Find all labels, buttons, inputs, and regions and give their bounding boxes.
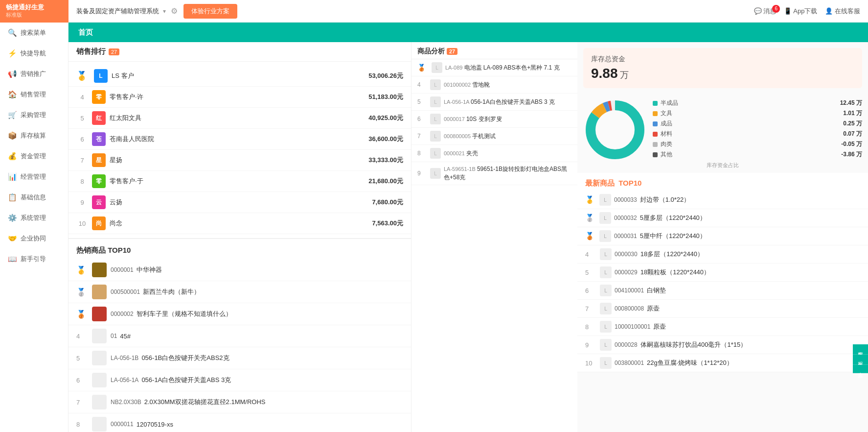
sidebar-label-system: 系统管理 bbox=[21, 214, 46, 222]
sidebar-item-system[interactable]: ⚙️ 系统管理 bbox=[0, 208, 68, 228]
sidebar-item-purchase[interactable]: 🛒 采购管理 bbox=[0, 105, 68, 125]
stock-chart-area: 半成品 12.45 万 文具 1.01 万 成品 0.25 万 bbox=[577, 94, 868, 166]
legend-dot-finished bbox=[653, 121, 658, 126]
new-img-7: L bbox=[600, 303, 612, 314]
stock-title: 库存总资金 bbox=[591, 55, 854, 64]
sales-icon: 🏠 bbox=[8, 90, 17, 99]
sidebar-item-finance[interactable]: 💰 资金管理 bbox=[0, 146, 68, 167]
new-img-2: L bbox=[599, 212, 611, 224]
donut-svg bbox=[583, 98, 647, 162]
new-name-10: 22g鱼豆腐·烧烤味（1*12*20） bbox=[647, 359, 733, 367]
rank-amount-4: 36,600.00元 bbox=[368, 135, 403, 144]
message-button[interactable]: 💬 消息 6 bbox=[754, 7, 777, 16]
hot-name-7: 2.0X30MM双搓花轴搓花直径2.1MM/ROHS bbox=[144, 398, 266, 407]
legend-val-material: 0.07 万 bbox=[843, 130, 862, 138]
ranking-row-6: 8 零 零售客户·于 21,680.00元 bbox=[69, 171, 411, 192]
stock-amount-row: 9.88 万 bbox=[591, 66, 854, 81]
new-product-row-7: 7 L 000800008 原壶 bbox=[577, 300, 868, 318]
rank-number-4: 6 bbox=[76, 136, 88, 143]
hot-code-1: 0000001 bbox=[111, 266, 134, 273]
side-name-8: 夹壳 bbox=[466, 150, 478, 157]
rank-number-6: 8 bbox=[76, 178, 88, 185]
legend-item-finished: 成品 0.25 万 bbox=[653, 120, 862, 128]
rank-avatar-6: 零 bbox=[92, 174, 106, 188]
new-product-row-10: 10 L 003800001 22g鱼豆腐·烧烤味（1*12*20） bbox=[577, 354, 868, 372]
rank-number-2: 4 bbox=[76, 94, 88, 101]
app-download-button[interactable]: 📱 App下载 bbox=[784, 7, 817, 16]
purchase-icon: 🛒 bbox=[8, 111, 17, 120]
sidebar-item-cooperation[interactable]: 🤝 企业协同 bbox=[0, 228, 68, 249]
side-product-row-7: 7 L 000800005 手机测试 bbox=[411, 128, 577, 145]
rank-amount-5: 33,333.00元 bbox=[368, 156, 403, 165]
sidebar-item-search[interactable]: 🔍 搜索菜单 bbox=[0, 23, 68, 43]
sidebar-item-shortcut[interactable]: ⚡ 快捷导航 bbox=[0, 43, 68, 64]
float-btn-live[interactable]: 直播 bbox=[853, 365, 868, 373]
hot-name-3: 智利车子里（规格不知道填什么） bbox=[137, 310, 232, 318]
rank-name-3: 红太阳文具 bbox=[110, 114, 368, 122]
side-rank-6: 6 bbox=[417, 116, 427, 122]
side-code-5: LA-056-1A bbox=[444, 99, 471, 105]
legend-val-meat: -0.05 万 bbox=[841, 140, 862, 148]
sidebar-item-marketing[interactable]: 📢 营销推广 bbox=[0, 64, 68, 84]
rank-number-5: 7 bbox=[76, 157, 88, 164]
rank-name-4: 苍南县人民医院 bbox=[110, 135, 368, 144]
stock-amount-unit: 万 bbox=[620, 69, 629, 81]
stock-legend: 半成品 12.45 万 文具 1.01 万 成品 0.25 万 bbox=[647, 99, 862, 161]
main-content: 首页 销售排行 27 🥇 L LS 客户 53,006.26元 bbox=[69, 23, 868, 432]
legend-val-semifinished: 12.45 万 bbox=[840, 99, 862, 107]
rank-amount-2: 51,183.00元 bbox=[368, 93, 403, 101]
new-product-row-1: 🥇 L 0000033 封边带（1.0*22） bbox=[577, 191, 868, 209]
side-name-5: 056-1A白色按键开关盖ABS 3 克 bbox=[471, 98, 555, 105]
new-img-5: L bbox=[600, 266, 612, 278]
legend-name-finished: 成品 bbox=[661, 120, 843, 128]
rank-avatar-7: 云 bbox=[92, 195, 106, 209]
rank-name-8: 尚念 bbox=[110, 219, 372, 228]
rank-name-2: 零售客户·许 bbox=[110, 93, 368, 101]
ranking-row-4: 6 苍 苍南县人民医院 36,600.00元 bbox=[69, 129, 411, 150]
settings-icon[interactable]: ⚙ bbox=[171, 6, 178, 16]
new-img-9: L bbox=[600, 339, 612, 351]
sidebar-item-basic-info[interactable]: 📋 基础信息 bbox=[0, 187, 68, 208]
shortcut-icon: ⚡ bbox=[8, 49, 17, 58]
sidebar-item-operations[interactable]: 📊 经营管理 bbox=[0, 167, 68, 187]
online-service-button[interactable]: 👤 在线客服 bbox=[825, 7, 860, 16]
float-btn-community[interactable]: 服务社区 bbox=[853, 355, 868, 365]
legend-item-semifinished: 半成品 12.45 万 bbox=[653, 99, 862, 107]
new-name-6: 白钢垫 bbox=[647, 286, 666, 295]
hot-img-6 bbox=[92, 373, 107, 387]
sidebar-label-inventory: 库存核算 bbox=[21, 131, 46, 140]
legend-dot-semifinished bbox=[653, 101, 658, 106]
hot-rank-5: 5 bbox=[76, 355, 86, 362]
rank-avatar-5: 星 bbox=[92, 153, 106, 167]
hot-img-3 bbox=[92, 307, 107, 321]
hot-product-row-1: 🥇 0000001 中华神器 bbox=[69, 259, 411, 281]
hot-products-section: 热销商品 TOP10 🥇 0000001 中华神器 🥈 000500001 新西… bbox=[69, 238, 411, 432]
rank-number-3: 5 bbox=[76, 115, 88, 122]
trial-button[interactable]: 体验行业方案 bbox=[183, 4, 237, 19]
donut-chart bbox=[583, 98, 647, 162]
new-name-5: 18颗粒板（1220*2440） bbox=[640, 268, 710, 277]
legend-name-material: 材料 bbox=[661, 130, 843, 138]
message-icon: 💬 bbox=[754, 7, 762, 15]
side-name-4: 雪地靴 bbox=[472, 81, 490, 88]
legend-dot-stationery bbox=[653, 111, 658, 116]
rank-number-8: 10 bbox=[76, 220, 88, 227]
new-products-title-text: 最新商品 bbox=[585, 179, 615, 187]
rank-avatar-4: 苍 bbox=[92, 132, 106, 146]
sidebar-item-guide[interactable]: 📖 新手引导 bbox=[0, 249, 68, 269]
system-dropdown-icon[interactable]: ▾ bbox=[163, 8, 166, 15]
legend-val-finished: 0.25 万 bbox=[843, 120, 862, 128]
float-btn-service[interactable]: 客服热线 bbox=[853, 344, 868, 355]
new-code-3: 0000031 bbox=[614, 233, 637, 240]
new-img-8: L bbox=[600, 321, 612, 333]
side-product-row-9: 9 L LA-59651-1B 59651-1B旋转投影灯电池盒ABS黑色+58… bbox=[411, 162, 577, 185]
sidebar-item-sales[interactable]: 🏠 销售管理 bbox=[0, 84, 68, 105]
legend-dot-meat bbox=[653, 142, 658, 147]
side-info-8: 0000021 夹壳 bbox=[444, 149, 571, 158]
top-products-side-title: 商品分析 27 bbox=[411, 42, 577, 59]
sidebar-item-inventory[interactable]: 📦 库存核算 bbox=[0, 125, 68, 146]
rank-amount-1: 53,006.26元 bbox=[368, 72, 403, 80]
hot-rank-7: 7 bbox=[76, 399, 86, 406]
side-code-7: 000800005 bbox=[444, 133, 472, 139]
new-product-row-4: 4 L 0000030 18多层（1220*2440） bbox=[577, 245, 868, 264]
